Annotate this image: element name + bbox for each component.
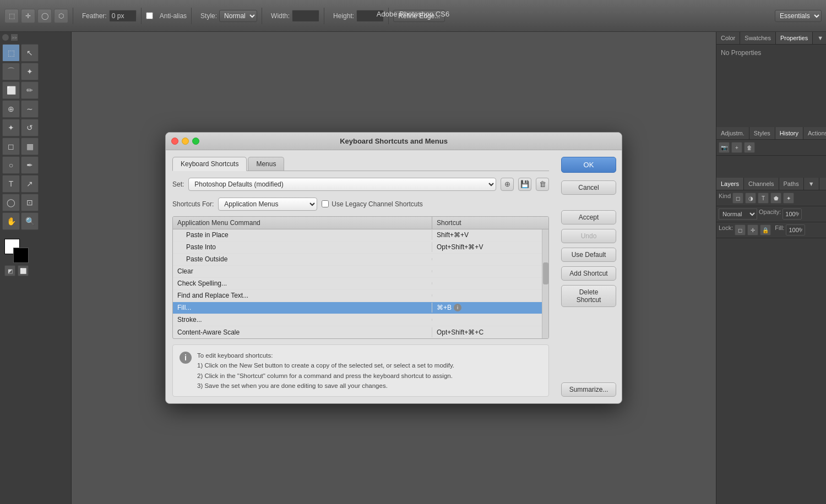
tab-adjustments[interactable]: Adjustm. xyxy=(716,127,749,139)
history-delete-btn[interactable]: 🗑 xyxy=(744,142,755,153)
table-row-fill[interactable]: Fill... ⌘+B i xyxy=(173,302,542,314)
hand-tool[interactable]: ✋ xyxy=(2,212,20,230)
tab-styles[interactable]: Styles xyxy=(749,127,775,139)
table-row[interactable]: Paste Outside xyxy=(173,254,542,266)
brush-tool[interactable]: ∼ xyxy=(21,100,39,118)
lock-move-btn[interactable]: ✛ xyxy=(747,224,758,235)
history-new-btn[interactable]: + xyxy=(731,142,742,153)
set-select[interactable]: Photoshop Defaults (modified) xyxy=(188,178,496,191)
layers-expand-btn[interactable]: ▼ xyxy=(804,178,819,190)
opacity-input[interactable] xyxy=(782,209,802,220)
eraser-tool[interactable]: ◻ xyxy=(2,138,20,155)
path-select-tool[interactable]: ↗ xyxy=(21,175,39,193)
filter-adj-btn[interactable]: ◑ xyxy=(745,193,756,204)
use-default-button[interactable]: Use Default xyxy=(561,248,616,262)
screen-mode-btn[interactable]: ⬜ xyxy=(18,265,29,276)
history-snapshot-btn[interactable]: 📷 xyxy=(719,142,730,153)
tab-swatches[interactable]: Swatches xyxy=(740,32,776,44)
dialog-titlebar: Keyboard Shortcuts and Menus xyxy=(166,133,622,150)
delete-set-btn[interactable]: 🗑 xyxy=(536,178,549,191)
pen-tool[interactable]: ✒ xyxy=(21,156,39,174)
legacy-checkbox-row: Use Legacy Channel Shortcuts xyxy=(322,200,422,208)
crop-tool[interactable]: ⬜ xyxy=(2,81,20,99)
shortcuts-for-select[interactable]: Application Menus xyxy=(218,198,317,211)
table-row[interactable]: Paste in Place Shift+⌘+V xyxy=(173,229,542,242)
cmd-find-replace: Find and Replace Text... xyxy=(173,291,432,300)
wand-tool[interactable]: ✦ xyxy=(21,63,39,80)
delete-shortcut-button[interactable]: Delete Shortcut xyxy=(561,285,616,307)
lasso-tool[interactable]: ⌒ xyxy=(2,63,20,80)
essentials-select[interactable]: Essentials xyxy=(775,10,822,22)
antialias-checkbox[interactable] xyxy=(146,12,153,19)
tab-properties[interactable]: Properties xyxy=(776,32,813,44)
filter-type-btn[interactable]: T xyxy=(758,193,769,204)
history-brush[interactable]: ↺ xyxy=(21,119,39,136)
layers-panel-section: Layers Channels Paths ▼ Kind ◻ ◑ T ⬟ ✦ N… xyxy=(716,178,826,238)
gradient-tool[interactable]: ▦ xyxy=(21,138,39,155)
lock-all-btn[interactable]: 🔒 xyxy=(760,224,771,235)
quick-mask-btn[interactable]: ◩ xyxy=(4,265,15,276)
close-btn[interactable] xyxy=(171,138,178,145)
type-tool[interactable]: T xyxy=(2,175,20,193)
save-set-btn[interactable]: 💾 xyxy=(518,178,531,191)
fill-input[interactable] xyxy=(786,224,805,235)
lock-pixels-btn[interactable]: ◻ xyxy=(735,224,746,235)
feather-input[interactable] xyxy=(109,10,137,22)
table-row[interactable]: Paste Into Opt+Shift+⌘+V xyxy=(173,242,542,254)
tab-channels[interactable]: Channels xyxy=(744,178,779,190)
cancel-button[interactable]: Cancel xyxy=(561,180,616,195)
filter-pixel-btn[interactable]: ◻ xyxy=(732,193,743,204)
summarize-button[interactable]: Summarize... xyxy=(561,382,616,397)
marquee-tool-btn[interactable]: ⬚ xyxy=(4,9,19,23)
table-body: Paste in Place Shift+⌘+V Paste Into Opt+… xyxy=(173,229,542,338)
move-tool[interactable]: ↖ xyxy=(21,44,39,62)
table-row[interactable]: Content-Aware Scale Opt+Shift+⌘+C xyxy=(173,326,542,338)
table-row[interactable]: Check Spelling... xyxy=(173,278,542,290)
eyedropper-tool[interactable]: ✏ xyxy=(21,81,39,99)
poly-btn[interactable]: ⬡ xyxy=(54,9,68,23)
table-row[interactable]: Stroke... xyxy=(173,314,542,326)
dodge-tool[interactable]: ○ xyxy=(2,156,20,174)
clone-tool[interactable]: ✦ xyxy=(2,119,20,136)
tab-color[interactable]: Color xyxy=(716,32,740,44)
color-boxes xyxy=(4,239,29,263)
undo-button[interactable]: Undo xyxy=(561,229,616,243)
new-set-btn[interactable]: ⊕ xyxy=(501,178,514,191)
tab-keyboard-shortcuts[interactable]: Keyboard Shortcuts xyxy=(172,157,247,171)
legacy-checkbox[interactable] xyxy=(322,200,329,207)
accept-button[interactable]: Accept xyxy=(561,210,616,224)
table-row[interactable]: Clear xyxy=(173,266,542,278)
left-sidebar: >> ⬚ ↖ ⌒ ✦ ⬜ ✏ ⊕ ∼ ✦ ↺ ◻ ▦ ○ ✒ T ↗ ◯ ⊡ ✋… xyxy=(0,32,72,504)
fill-info-icon[interactable]: i xyxy=(454,304,461,311)
background-color[interactable] xyxy=(13,248,29,263)
filter-shape-btn[interactable]: ⬟ xyxy=(770,193,781,204)
spacer1 xyxy=(561,199,616,206)
filter-smart-btn[interactable]: ✦ xyxy=(783,193,794,204)
zoom-tool[interactable]: 🔍 xyxy=(21,212,39,230)
minimize-btn[interactable] xyxy=(182,138,189,145)
tab-layers[interactable]: Layers xyxy=(716,178,744,190)
tab-actions[interactable]: Actions xyxy=(803,127,826,139)
panel-expand-btn[interactable]: ▼ xyxy=(813,32,826,44)
lasso-btn[interactable]: ◯ xyxy=(37,9,52,23)
maximize-btn[interactable] xyxy=(192,138,199,145)
tab-menus[interactable]: Menus xyxy=(248,157,284,171)
tab-paths[interactable]: Paths xyxy=(779,178,804,190)
tab-history[interactable]: History xyxy=(775,127,803,139)
sidebar-close-btn[interactable] xyxy=(2,34,9,41)
sidebar-expand-btn[interactable]: >> xyxy=(11,34,18,41)
marquee-tool[interactable]: ⬚ xyxy=(2,44,20,62)
style-select[interactable]: Normal xyxy=(219,10,257,22)
move-tool-btn[interactable]: ✛ xyxy=(21,9,35,23)
blending-mode-select[interactable]: Normal xyxy=(719,209,757,220)
ellipse-tool[interactable]: ⊡ xyxy=(21,194,39,211)
width-input[interactable] xyxy=(292,10,319,22)
ok-button[interactable]: OK xyxy=(561,157,616,173)
layers-mode-toolbar: Normal Opacity: xyxy=(716,206,826,222)
shape-tool[interactable]: ◯ xyxy=(2,194,20,211)
table-row[interactable]: Find and Replace Text... xyxy=(173,290,542,302)
healing-tool[interactable]: ⊕ xyxy=(2,100,20,118)
add-shortcut-button[interactable]: Add Shortcut xyxy=(561,266,616,281)
table-scrollbar[interactable] xyxy=(542,229,548,338)
scrollbar-thumb[interactable] xyxy=(543,262,548,284)
